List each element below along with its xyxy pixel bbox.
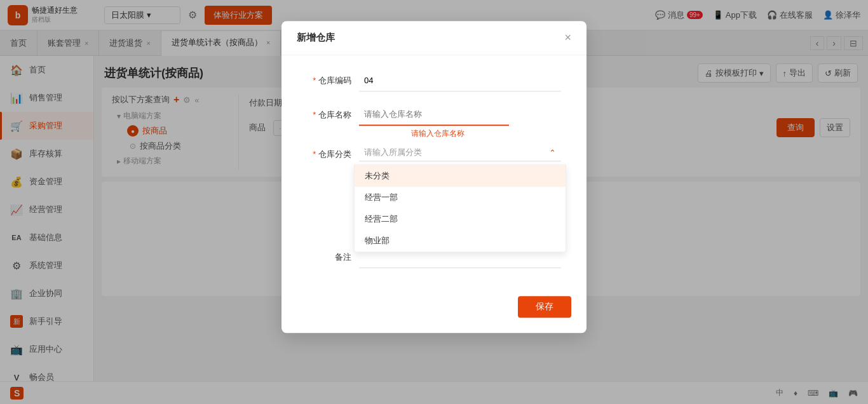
save-button[interactable]: 保存 xyxy=(518,296,571,318)
code-row: 仓库编码 xyxy=(307,71,561,91)
name-error-msg: 请输入仓库名称 xyxy=(359,128,465,139)
category-select-wrapper: 请输入所属分类 ⌃ 未分类 经营一部 经营二部 物业部 xyxy=(359,144,561,161)
category-row: 仓库分类 请输入所属分类 ⌃ 未分类 经营一部 经营二部 物业部 xyxy=(307,144,561,165)
modal-close-button[interactable]: × xyxy=(564,31,571,44)
dropdown-item-none[interactable]: 未分类 xyxy=(355,165,566,187)
dropdown-item-property[interactable]: 物业部 xyxy=(355,230,566,252)
dropdown-item-dept1[interactable]: 经营一部 xyxy=(355,187,566,208)
category-select[interactable]: 请输入所属分类 ⌃ xyxy=(359,144,561,161)
add-warehouse-modal: 新增仓库 × 仓库编码 仓库名称 请输入仓库名称 仓库分类 请输入所属分类 ⌃ xyxy=(281,21,587,333)
category-placeholder: 请输入所属分类 xyxy=(364,147,422,158)
name-label: 仓库名称 xyxy=(307,105,351,125)
modal-title: 新增仓库 xyxy=(297,32,335,44)
name-input[interactable] xyxy=(359,104,509,126)
modal-header: 新增仓库 × xyxy=(281,21,587,55)
modal-footer: 保存 xyxy=(281,296,587,318)
name-row: 仓库名称 请输入仓库名称 xyxy=(307,104,561,139)
modal-body: 仓库编码 仓库名称 请输入仓库名称 仓库分类 请输入所属分类 ⌃ 未分类 xyxy=(281,55,587,296)
category-arrow-icon: ⌃ xyxy=(549,148,556,158)
code-label: 仓库编码 xyxy=(307,71,351,91)
remark-label: 备注 xyxy=(307,247,351,267)
category-dropdown: 未分类 经营一部 经营二部 物业部 xyxy=(354,165,566,252)
dropdown-item-dept2[interactable]: 经营二部 xyxy=(355,208,566,230)
code-input[interactable] xyxy=(359,71,561,91)
category-label: 仓库分类 xyxy=(307,144,351,165)
